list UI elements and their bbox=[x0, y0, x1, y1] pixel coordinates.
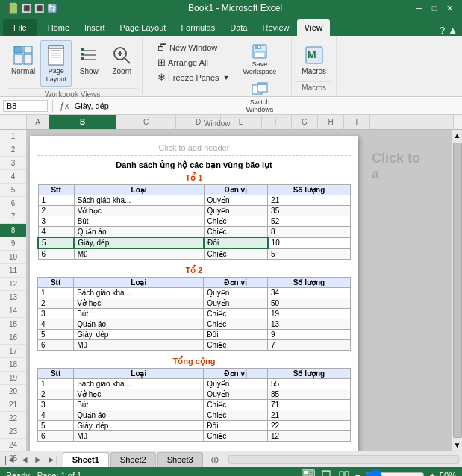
right-click-panel[interactable]: Click to a bbox=[364, 136, 439, 451]
new-window-button[interactable]: 🗗 New Window bbox=[154, 40, 232, 54]
row-number[interactable]: 10 bbox=[0, 251, 26, 264]
tab-view[interactable]: View bbox=[297, 19, 331, 36]
zoom-slider[interactable] bbox=[365, 472, 425, 476]
row-number[interactable]: 23 bbox=[0, 425, 26, 439]
row-number[interactable]: 1 bbox=[0, 130, 26, 143]
table-2: Stt Loại Đơn vị Số lượng 1Sách giáo kha.… bbox=[37, 277, 351, 351]
workbook-views-group: Normal PageLayout bbox=[3, 37, 143, 95]
row-number[interactable]: 14 bbox=[0, 304, 26, 318]
row-number[interactable]: 20 bbox=[0, 385, 26, 398]
cell: 8 bbox=[268, 227, 351, 238]
col-header-d[interactable]: D bbox=[176, 115, 221, 129]
row-number[interactable]: 3 bbox=[0, 157, 26, 170]
col-header-b[interactable]: B bbox=[49, 115, 116, 129]
row-number[interactable]: 9 bbox=[0, 237, 26, 251]
horizontal-scrollbar[interactable] bbox=[228, 455, 459, 464]
row-number[interactable]: 11 bbox=[0, 264, 26, 278]
table-row: 3BútChiếc19 bbox=[38, 309, 351, 319]
row-number[interactable]: 7 bbox=[0, 210, 26, 224]
row-number[interactable]: 4 bbox=[0, 170, 26, 184]
table-section-total: Tổng cộng Stt Loại Đơn vị Số lượng 1Sách… bbox=[37, 357, 351, 442]
cell: Quyển bbox=[204, 379, 268, 389]
tab-page-layout[interactable]: Page Layout bbox=[113, 19, 174, 36]
page-layout-status-button[interactable] bbox=[319, 469, 333, 476]
normal-view-status-button[interactable] bbox=[302, 469, 315, 476]
normal-view-button[interactable]: Normal bbox=[7, 40, 39, 79]
page-break-status-button[interactable] bbox=[337, 469, 351, 476]
cell: 1 bbox=[38, 379, 74, 389]
macros-button[interactable]: M Macros bbox=[298, 40, 330, 79]
page-header[interactable]: Click to add header bbox=[37, 143, 351, 156]
row-number[interactable]: 18 bbox=[0, 358, 26, 372]
col-header-e[interactable]: E bbox=[221, 115, 262, 129]
tab-next-button[interactable]: ► bbox=[32, 454, 44, 465]
col-header-g[interactable]: G bbox=[292, 115, 318, 129]
collapse-icon[interactable]: ▲ bbox=[448, 25, 458, 36]
cell: Chiếc bbox=[204, 309, 268, 319]
row-number[interactable]: 24 bbox=[0, 439, 26, 452]
cell-reference-input[interactable] bbox=[3, 100, 48, 112]
minimize-button[interactable]: ─ bbox=[413, 2, 426, 14]
row-number[interactable]: 6 bbox=[0, 197, 26, 210]
row-number[interactable]: 13 bbox=[0, 291, 26, 304]
scroll-up-button[interactable]: ▲ bbox=[452, 130, 462, 141]
row-number[interactable]: 16 bbox=[0, 331, 26, 345]
svg-rect-37 bbox=[345, 472, 349, 476]
row-number[interactable]: 17 bbox=[0, 345, 26, 358]
tab-insert[interactable]: Insert bbox=[77, 19, 113, 36]
sheet-tab-sheet1[interactable]: Sheet1 bbox=[63, 452, 109, 467]
close-button[interactable]: ✕ bbox=[443, 2, 456, 14]
switch-windows-button[interactable]: SwitchWindows bbox=[240, 78, 280, 116]
zoom-button[interactable]: Zoom bbox=[106, 40, 137, 79]
svg-rect-0 bbox=[14, 46, 22, 53]
scroll-thumb[interactable] bbox=[453, 143, 462, 438]
row-number[interactable]: 5 bbox=[0, 184, 26, 197]
svg-rect-5 bbox=[49, 46, 63, 48]
switch-windows-icon bbox=[251, 81, 269, 98]
page-layout-icon bbox=[44, 43, 68, 67]
tab-review[interactable]: Review bbox=[255, 19, 296, 36]
page-view[interactable]: Click to add header Danh sách ủng hộ các… bbox=[27, 130, 452, 451]
tab-file[interactable]: File bbox=[3, 19, 37, 36]
tab-prev-button[interactable]: ◄ bbox=[19, 454, 31, 465]
page-layout-button[interactable]: PageLayout bbox=[40, 40, 72, 87]
sheet-tab-sheet2[interactable]: Sheet2 bbox=[110, 452, 156, 467]
row-number[interactable]: 22 bbox=[0, 412, 26, 425]
freeze-panes-button[interactable]: ❄ Freeze Panes ▼ bbox=[154, 70, 232, 84]
svg-rect-27 bbox=[257, 83, 267, 85]
sheet-tab-sheet3[interactable]: Sheet3 bbox=[157, 452, 203, 467]
col-header-i[interactable]: I bbox=[344, 115, 370, 129]
zoom-plus-button[interactable]: + bbox=[429, 470, 435, 477]
col-header-a[interactable]: A bbox=[27, 115, 49, 129]
row-number[interactable]: 21 bbox=[0, 398, 26, 412]
zoom-minus-button[interactable]: − bbox=[355, 470, 361, 477]
col-header-c[interactable]: C bbox=[116, 115, 176, 129]
tab-first-button[interactable]: |◄ bbox=[3, 454, 17, 465]
row-number[interactable]: 8 bbox=[0, 224, 26, 237]
save-workspace-button[interactable]: SaveWorkspace bbox=[240, 40, 280, 78]
row-number[interactable]: 12 bbox=[0, 278, 26, 291]
maximize-button[interactable]: □ bbox=[428, 2, 441, 14]
cell: Sách giáo kha... bbox=[74, 288, 204, 298]
show-button[interactable]: Show bbox=[73, 40, 104, 79]
scroll-down-button[interactable]: ▼ bbox=[452, 439, 462, 451]
col-header-h[interactable]: H bbox=[318, 115, 344, 129]
row-number[interactable]: 19 bbox=[0, 372, 26, 385]
add-sheet-button[interactable]: ⊕ bbox=[205, 452, 225, 467]
svg-rect-24 bbox=[258, 46, 260, 48]
col-header-f[interactable]: F bbox=[262, 115, 292, 129]
tab-last-button[interactable]: ►| bbox=[46, 454, 60, 465]
cell: 3 bbox=[38, 216, 74, 227]
th-stt-1: Stt bbox=[38, 185, 74, 195]
arrange-all-button[interactable]: ⊞ Arrange All bbox=[154, 55, 232, 69]
row-number[interactable]: 2 bbox=[0, 143, 26, 157]
function-icon[interactable]: ƒx bbox=[57, 101, 72, 111]
tab-home[interactable]: Home bbox=[40, 19, 77, 36]
svg-rect-35 bbox=[322, 471, 330, 472]
tab-formulas[interactable]: Formulas bbox=[173, 19, 222, 36]
tab-data[interactable]: Data bbox=[222, 19, 255, 36]
formula-input[interactable] bbox=[75, 101, 459, 110]
vertical-scrollbar[interactable]: ▲ ▼ bbox=[452, 130, 462, 451]
row-number[interactable]: 15 bbox=[0, 318, 26, 331]
zoom-level[interactable]: 50% bbox=[440, 471, 456, 476]
